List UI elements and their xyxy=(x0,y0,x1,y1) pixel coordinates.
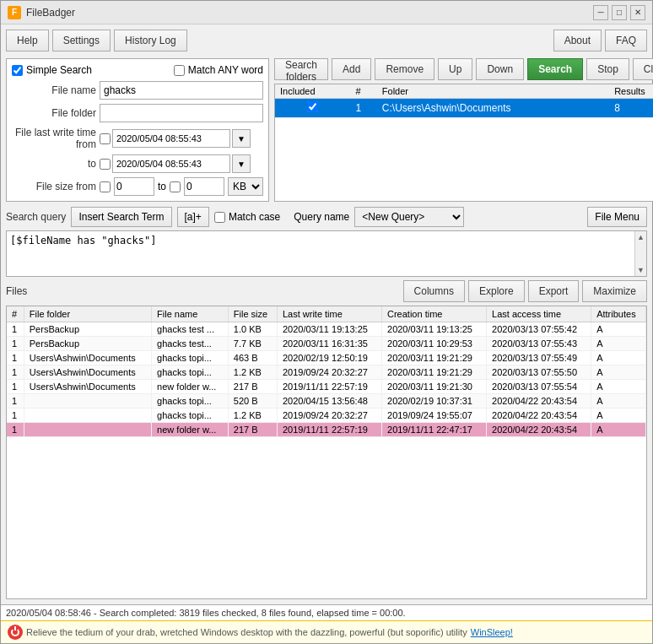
folder-results-cell: 8 xyxy=(609,99,653,118)
file-num: 1 xyxy=(7,380,24,394)
file-size-to-checkbox[interactable] xyxy=(170,181,181,192)
folders-col-folder: Folder xyxy=(377,84,609,99)
maximize-button[interactable]: □ xyxy=(612,5,627,20)
files-table-row[interactable]: 1 ghacks topi... 1.2 KB 2019/09/24 20:32… xyxy=(7,409,646,423)
file-folder xyxy=(24,394,151,409)
file-name: ghacks test... xyxy=(152,337,229,351)
file-num: 1 xyxy=(7,337,24,351)
folders-table-row[interactable]: 1 C:\Users\Ashwin\Documents 8 xyxy=(275,99,653,118)
file-name-row: File name xyxy=(12,81,263,100)
file-size: 1.0 KB xyxy=(228,322,277,337)
files-table-row[interactable]: 1 PersBackup ghacks test... 7.7 KB 2020/… xyxy=(7,337,646,351)
explore-button[interactable]: Explore xyxy=(468,280,525,302)
file-name: new folder w... xyxy=(152,423,229,437)
settings-button[interactable]: Settings xyxy=(52,30,111,51)
add-folder-button[interactable]: Add xyxy=(332,58,371,80)
file-folder: PersBackup xyxy=(24,322,151,337)
file-attr: A xyxy=(591,322,646,337)
file-name-label: File name xyxy=(12,84,96,96)
folder-included-cell xyxy=(275,99,351,118)
maximize-button[interactable]: Maximize xyxy=(582,280,647,302)
simple-search-label[interactable]: Simple Search xyxy=(12,64,92,76)
file-menu-button[interactable]: File Menu xyxy=(587,207,647,227)
file-size-from-checkbox[interactable] xyxy=(100,181,111,192)
ad-bar: Relieve the tedium of your drab, wretche… xyxy=(1,620,652,643)
file-size-unit-select[interactable]: B KB MB GB xyxy=(228,177,263,196)
query-textarea[interactable]: [$fileName has "ghacks"] xyxy=(7,231,634,276)
file-size-to-input[interactable] xyxy=(184,177,224,196)
file-attr: A xyxy=(591,380,646,394)
file-last-access: 2020/03/13 07:55:50 xyxy=(487,365,591,380)
file-size-from-input[interactable] xyxy=(114,177,154,196)
help-button[interactable]: Help xyxy=(6,30,49,51)
files-table-row[interactable]: 1 new folder w... 217 B 2019/11/11 22:57… xyxy=(7,423,646,437)
file-last-write-from-label: File last write time from xyxy=(12,127,96,150)
simple-search-row: Simple Search Match ANY word xyxy=(12,64,263,76)
close-button[interactable]: ✕ xyxy=(630,5,645,20)
app-icon: F xyxy=(8,6,21,19)
file-creation: 2019/09/24 19:55:07 xyxy=(382,409,487,423)
file-size: 217 B xyxy=(228,423,277,437)
clear-button[interactable]: Clear xyxy=(633,58,653,80)
faq-button[interactable]: FAQ xyxy=(605,30,647,51)
folder-path-cell: C:\Users\Ashwin\Documents xyxy=(377,99,609,118)
search-folders-button[interactable]: Search folders xyxy=(274,58,328,80)
columns-button[interactable]: Columns xyxy=(403,280,465,302)
file-folder xyxy=(24,409,151,423)
ad-link[interactable]: WinSleep! xyxy=(471,627,513,637)
up-folder-button[interactable]: Up xyxy=(438,58,472,80)
file-folder-input[interactable] xyxy=(100,104,263,122)
scroll-up-arrow[interactable]: ▲ xyxy=(637,233,645,241)
export-button[interactable]: Export xyxy=(528,280,580,302)
scroll-down-arrow[interactable]: ▼ xyxy=(637,266,645,274)
files-col-folder: File folder xyxy=(24,306,151,322)
file-last-write-to-row: to ▼ xyxy=(12,154,263,173)
files-table-row[interactable]: 1 Users\Ashwin\Documents new folder w...… xyxy=(7,380,646,394)
file-num: 1 xyxy=(7,394,24,409)
stop-button[interactable]: Stop xyxy=(586,58,629,80)
simple-search-checkbox[interactable] xyxy=(12,65,23,76)
files-col-size: File size xyxy=(228,306,277,322)
regex-button[interactable]: [a]+ xyxy=(177,207,209,227)
query-name-select[interactable]: <New Query> xyxy=(354,207,464,227)
minimize-button[interactable]: ─ xyxy=(593,5,608,20)
folder-included-checkbox[interactable] xyxy=(307,101,318,112)
files-col-last-access: Last access time xyxy=(487,306,591,322)
files-col-num: # xyxy=(7,306,24,322)
date-from-checkbox[interactable] xyxy=(100,133,111,144)
date-to-checkbox[interactable] xyxy=(100,159,111,170)
file-folder-row: File folder xyxy=(12,104,263,122)
files-table-row[interactable]: 1 Users\Ashwin\Documents ghacks topi... … xyxy=(7,365,646,380)
insert-search-term-button[interactable]: Insert Search Term xyxy=(71,207,171,227)
search-button[interactable]: Search xyxy=(527,58,583,80)
down-folder-button[interactable]: Down xyxy=(476,58,524,80)
date-from-input[interactable] xyxy=(112,129,230,148)
file-attr: A xyxy=(591,337,646,351)
about-button[interactable]: About xyxy=(553,30,602,51)
match-any-word-text: Match ANY word xyxy=(188,64,263,76)
remove-folder-button[interactable]: Remove xyxy=(375,58,434,80)
ad-text: Relieve the tedium of your drab, wretche… xyxy=(26,627,467,637)
match-any-word-checkbox[interactable] xyxy=(174,65,185,76)
match-case-label[interactable]: Match case xyxy=(214,211,280,223)
folders-col-included: Included xyxy=(275,84,351,99)
files-table-row[interactable]: 1 ghacks topi... 520 B 2020/04/15 13:56:… xyxy=(7,394,646,409)
file-last-access: 2020/03/13 07:55:43 xyxy=(487,337,591,351)
file-creation: 2020/02/19 10:37:31 xyxy=(382,394,487,409)
left-panel: Simple Search Match ANY word File name F… xyxy=(6,58,269,202)
file-num: 1 xyxy=(7,365,24,380)
history-log-button[interactable]: History Log xyxy=(114,30,187,51)
files-table-row[interactable]: 1 Users\Ashwin\Documents ghacks topi... … xyxy=(7,351,646,365)
date-to-picker-button[interactable]: ▼ xyxy=(232,154,251,173)
file-name-input[interactable] xyxy=(100,81,263,100)
file-last-access: 2020/03/13 07:55:42 xyxy=(487,322,591,337)
file-size: 1.2 KB xyxy=(228,409,277,423)
date-from-picker-button[interactable]: ▼ xyxy=(232,129,251,148)
file-last-write: 2020/03/11 19:13:25 xyxy=(277,322,381,337)
file-size: 520 B xyxy=(228,394,277,409)
date-to-input[interactable] xyxy=(112,154,230,173)
folders-table: Included # Folder Results 1 C:\Users\Ash… xyxy=(275,84,653,118)
files-table-row[interactable]: 1 PersBackup ghacks test ... 1.0 KB 2020… xyxy=(7,322,646,337)
match-any-word-label[interactable]: Match ANY word xyxy=(174,64,263,76)
match-case-checkbox[interactable] xyxy=(214,212,225,223)
